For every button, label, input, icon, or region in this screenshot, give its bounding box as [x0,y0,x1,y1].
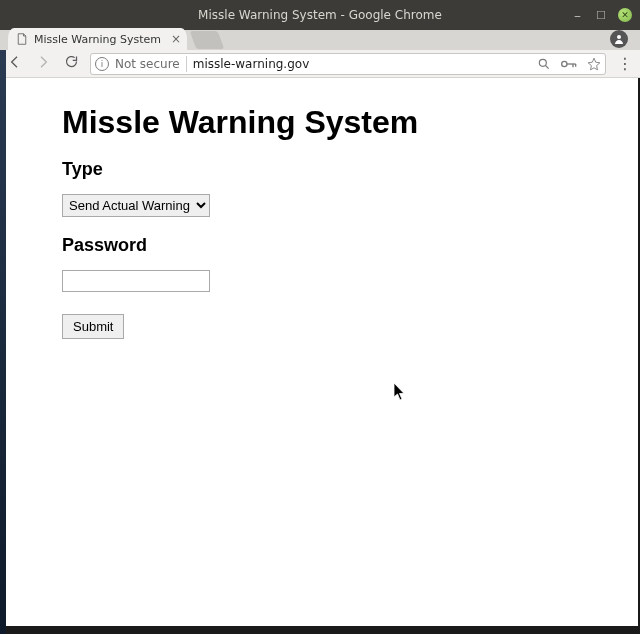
submit-button[interactable]: Submit [62,314,124,339]
url-text: missle-warning.gov [193,57,310,71]
window-title: Missle Warning System - Google Chrome [198,8,442,22]
close-icon: ✕ [621,11,629,20]
svg-point-1 [539,59,546,66]
tab-close-button[interactable]: × [171,32,181,46]
password-label: Password [62,235,638,256]
reload-icon [64,54,79,69]
user-icon [613,33,625,45]
window-close-button[interactable]: ✕ [618,8,632,22]
page-icon [16,32,28,46]
page-viewport: Missle Warning System Type Send Actual W… [6,78,638,626]
type-select[interactable]: Send Actual Warning [62,194,210,217]
reload-button[interactable] [62,54,80,73]
chrome-menu-button[interactable]: ⋮ [616,54,634,73]
arrow-left-icon [7,54,23,70]
separator [186,56,187,72]
svg-point-3 [562,61,567,66]
type-label: Type [62,159,638,180]
window-minimize-button[interactable]: – [574,7,586,19]
profile-button[interactable] [610,30,628,48]
star-icon[interactable] [587,57,601,71]
tab-title: Missle Warning System [34,33,161,46]
svg-line-2 [546,65,549,68]
address-bar[interactable]: i Not secure missle-warning.gov [90,53,606,75]
key-icon[interactable] [561,59,577,69]
site-info-icon[interactable]: i [95,57,109,71]
back-button[interactable] [6,54,24,74]
new-tab-button[interactable] [190,31,225,49]
forward-button[interactable] [34,54,52,74]
browser-tab[interactable]: Missle Warning System × [8,28,187,50]
window-maximize-button[interactable]: ☐ [596,9,608,21]
tab-strip: Missle Warning System × [0,30,640,50]
page-heading: Missle Warning System [62,104,638,141]
password-input[interactable] [62,270,210,292]
arrow-right-icon [35,54,51,70]
browser-toolbar: i Not secure missle-warning.gov ⋮ [0,50,640,78]
svg-point-0 [617,35,621,39]
security-status: Not secure [115,57,180,71]
window-titlebar: Missle Warning System - Google Chrome – … [0,0,640,30]
zoom-icon[interactable] [537,57,551,71]
